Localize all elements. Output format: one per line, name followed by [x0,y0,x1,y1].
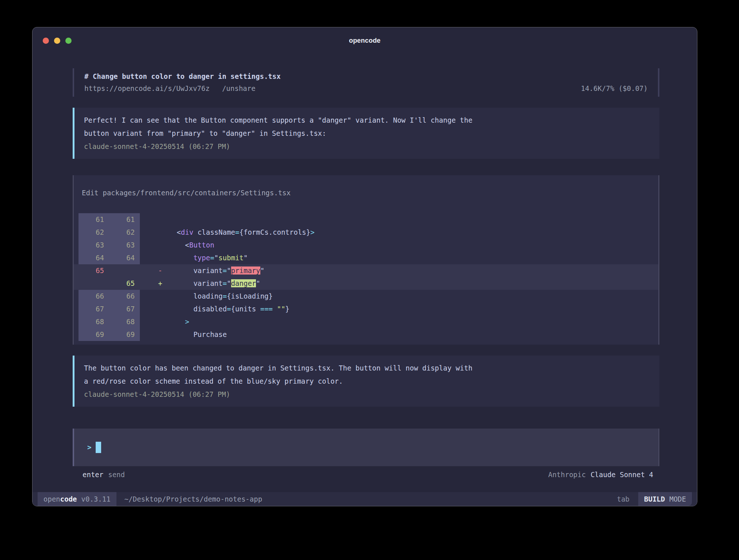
old-line-number [79,277,109,290]
assistant-message-text: The button color has been changed to dan… [84,361,652,388]
terminal-content: # Change button color to danger in setti… [32,68,697,479]
window-titlebar: opencode [32,27,697,54]
diff-row: 6666 loading={isLoading} [74,290,658,303]
diff-marker: + [140,277,168,290]
tab-key-hint: tab [617,495,629,503]
opencode-terminal-window: opencode # Change button color to danger… [32,27,697,506]
diff-code-line: loading={isLoading} [168,290,273,303]
app-version: v0.3.11 [81,495,111,503]
diff-gutter: 6464 [79,252,140,264]
diff-code-line: > [168,315,189,328]
input-hints-row: enter send Anthropic Claude Sonnet 4 [73,470,659,479]
prompt-line[interactable]: > [87,441,658,453]
app-name-bold: code [60,495,77,503]
old-line-number: 64 [79,252,109,264]
session-title: # Change button color to danger in setti… [84,70,648,83]
old-line-number: 62 [79,226,109,239]
diff-row: 6767 disabled={units === ""} [74,303,658,315]
diff-code-line: <div className={formCs.controls}> [168,226,314,239]
token-cost-stats: 14.6K/7% ($0.07) [581,83,648,94]
diff-row: 65- variant="primary" [74,264,658,277]
diff-row: 6969 Purchase [74,328,658,341]
diff-gutter: 6868 [79,315,140,328]
diff-marker [140,315,168,328]
old-line-number: 63 [79,239,109,252]
new-line-number: 68 [109,315,140,328]
model-label: Claude Sonnet 4 [590,470,653,479]
diff-code-line: disabled={units === ""} [168,303,290,315]
diff-gutter: 6363 [79,239,140,252]
diff-marker [140,290,168,303]
diff-gutter: 6161 [79,213,140,226]
mode-suffix: MODE [669,495,686,503]
diff-row: 6868 > [74,315,658,328]
mode-name: BUILD [644,495,665,503]
old-line-number: 66 [79,290,109,303]
new-line-number: 69 [109,328,140,341]
diff-gutter: 65 [79,277,140,290]
diff-code-line: variant="primary" [168,264,264,277]
diff-marker [140,303,168,315]
old-line-number: 67 [79,303,109,315]
new-line-number: 67 [109,303,140,315]
diff-gutter: 6767 [79,303,140,315]
new-line-number: 61 [109,213,140,226]
old-line-number: 61 [79,213,109,226]
diff-marker [140,328,168,341]
assistant-message: Perfect! I can see that the Button compo… [73,108,659,159]
working-directory: ~/Desktop/Projects/demo-notes-app [125,495,263,503]
diff-code-line: type="submit" [168,252,248,264]
provider-label: Anthropic [548,470,586,479]
app-name-light: open [43,495,60,503]
diff-code-line: variant="danger" [168,277,260,290]
diff-row: 6363 <Button [74,239,658,252]
new-line-number [109,264,140,277]
edit-file-path: packages/frontend/src/containers/Setting… [103,189,291,197]
new-line-number: 63 [109,239,140,252]
diff-marker: - [140,264,168,277]
text-cursor [96,442,101,453]
old-line-number: 69 [79,328,109,341]
new-line-number: 66 [109,290,140,303]
zoom-button[interactable] [65,38,72,44]
assistant-message-meta: claude-sonnet-4-20250514 (06:27 PM) [84,388,652,401]
diff-row: 6464 type="submit" [74,252,658,264]
diff-marker [140,252,168,264]
app-version-segment: opencode v0.3.11 [38,492,116,506]
mode-toggle[interactable]: BUILD MODE [638,492,692,506]
assistant-message-text: Perfect! I can see that the Button compo… [84,114,652,140]
assistant-message: The button color has been changed to dan… [73,356,659,407]
close-button[interactable] [43,38,49,44]
diff-gutter: 65 [79,264,140,277]
old-line-number: 68 [79,315,109,328]
window-title: opencode [349,37,381,45]
diff-row: 6161 [74,213,658,226]
edit-action-label: Edit [82,189,103,197]
diff-gutter: 6262 [79,226,140,239]
traffic-lights [43,27,72,54]
diff-gutter: 6969 [79,328,140,341]
new-line-number: 65 [109,277,140,290]
minimize-button[interactable] [54,38,60,44]
diff-code-line: Purchase [168,328,227,341]
diff-row: 6262 <div className={formCs.controls}> [74,226,658,239]
status-bar: opencode v0.3.11 ~/Desktop/Projects/demo… [32,492,697,506]
session-header: # Change button color to danger in setti… [73,68,659,97]
diff-code-line: <Button [168,239,214,252]
prompt-caret: > [87,443,91,451]
send-action-hint: send [108,470,125,479]
assistant-message-meta: claude-sonnet-4-20250514 (06:27 PM) [84,140,652,153]
unshare-command: /unshare [222,83,256,94]
diff-marker [140,239,168,252]
prompt-input[interactable]: > [73,429,659,466]
edit-tool-block: Edit packages/frontend/src/containers/Se… [73,175,659,345]
new-line-number: 64 [109,252,140,264]
diff-gutter: 6666 [79,290,140,303]
new-line-number: 62 [109,226,140,239]
diff-marker [140,213,168,226]
diff-marker [140,226,168,239]
session-subheader: https://opencode.ai/s/UwJxv76z /unshare … [84,83,648,94]
share-url[interactable]: https://opencode.ai/s/UwJxv76z [84,83,210,94]
diff-row: 65+ variant="danger" [74,277,658,290]
old-line-number: 65 [79,264,109,277]
